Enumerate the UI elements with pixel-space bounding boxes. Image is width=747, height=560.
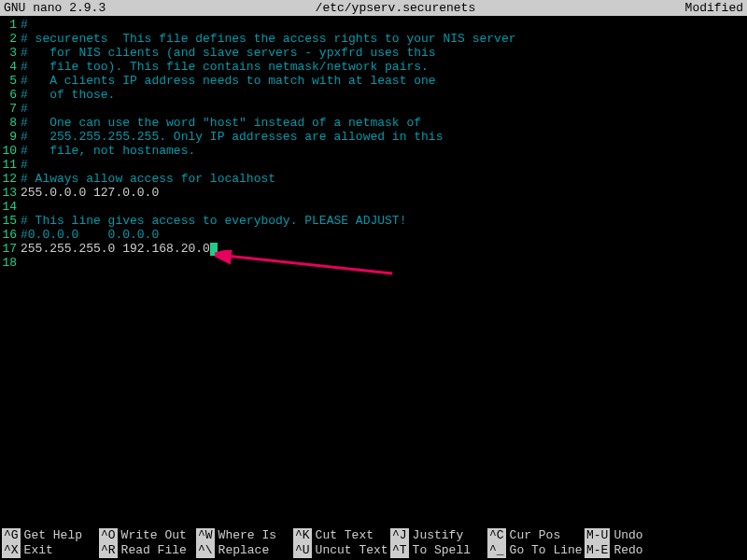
editor-line[interactable]: 13255.0.0.0 127.0.0.0 [0, 186, 747, 200]
editor-line[interactable]: 18 [0, 256, 747, 270]
shortcut-key: ^\ [196, 543, 215, 558]
line-text: # [21, 18, 747, 32]
line-text: # Always allow access for localhost [21, 172, 747, 186]
shortcut-label: Cur Pos [510, 528, 561, 543]
line-number: 12 [0, 172, 21, 186]
shortcut[interactable]: ^KCut Text [293, 528, 390, 543]
editor-line[interactable]: 11# [0, 158, 747, 172]
line-number: 9 [0, 130, 21, 144]
editor-line[interactable]: 12# Always allow access for localhost [0, 172, 747, 186]
line-text: # A clients IP address needs to match wi… [21, 74, 747, 88]
shortcut-label: Undo [613, 528, 642, 543]
line-text: # of those. [21, 88, 747, 102]
shortcut-key: ^J [390, 528, 409, 543]
shortcut-label: Exit [24, 543, 53, 558]
line-number: 2 [0, 32, 21, 46]
shortcut-label: To Spell [413, 543, 471, 558]
shortcut-label: Justify [413, 528, 464, 543]
shortcut-key: ^U [293, 543, 312, 558]
line-text [21, 256, 747, 270]
line-number: 11 [0, 158, 21, 172]
editor-line[interactable]: 1# [0, 18, 747, 32]
shortcut-key: ^O [99, 528, 118, 543]
line-number: 6 [0, 88, 21, 102]
editor-line[interactable]: 17255.255.255.0 192.168.20.0 [0, 242, 747, 256]
shortcut[interactable]: ^OWrite Out [99, 528, 196, 543]
shortcut[interactable]: M-ERedo [585, 543, 659, 558]
shortcut-label: Cut Text [316, 528, 374, 543]
editor-line[interactable]: 2# securenets This file defines the acce… [0, 32, 747, 46]
line-text [21, 200, 747, 214]
line-text: # file too). This file contains netmask/… [21, 60, 747, 74]
shortcut-label: Write Out [121, 528, 187, 543]
line-text: 255.0.0.0 127.0.0.0 [21, 186, 747, 200]
line-text: # [21, 102, 747, 116]
shortcut-label: Uncut Text [316, 543, 388, 558]
shortcut-label: Redo [613, 543, 642, 558]
shortcut-label: Get Help [24, 528, 82, 543]
line-text: # [21, 158, 747, 172]
line-text: 255.255.255.0 192.168.20.0 [21, 242, 747, 256]
app-name: GNU nano 2.9.3 [4, 0, 106, 16]
shortcut-key: ^C [487, 528, 506, 543]
shortcut[interactable]: ^GGet Help [2, 528, 99, 543]
line-number: 14 [0, 200, 21, 214]
editor-line[interactable]: 15# This line gives access to everybody.… [0, 214, 747, 228]
shortcut[interactable]: ^_Go To Line [487, 543, 585, 558]
line-text: #0.0.0.0 0.0.0.0 [21, 228, 747, 242]
line-number: 13 [0, 186, 21, 200]
shortcut[interactable]: ^\Replace [196, 543, 293, 558]
modified-status: Modified [685, 0, 743, 16]
shortcut[interactable]: ^WWhere Is [196, 528, 293, 543]
editor-area[interactable]: 1#2# securenets This file defines the ac… [0, 16, 747, 270]
shortcut[interactable]: ^UUncut Text [293, 543, 390, 558]
line-text: # file, not hostnames. [21, 144, 747, 158]
editor-line[interactable]: 6# of those. [0, 88, 747, 102]
shortcut-key: ^X [2, 543, 21, 558]
shortcut-key: M-U [585, 528, 610, 543]
editor-line[interactable]: 3# for NIS clients (and slave servers - … [0, 46, 747, 60]
shortcut-key: ^_ [487, 543, 506, 558]
shortcut[interactable]: ^TTo Spell [390, 543, 487, 558]
line-text: # 255.255.255.255. Only IP addresses are… [21, 130, 747, 144]
editor-line[interactable]: 7# [0, 102, 747, 116]
text-cursor [210, 243, 218, 256]
line-number: 18 [0, 256, 21, 270]
editor-line[interactable]: 5# A clients IP address needs to match w… [0, 74, 747, 88]
editor-line[interactable]: 9# 255.255.255.255. Only IP addresses ar… [0, 130, 747, 144]
line-number: 7 [0, 102, 21, 116]
editor-line[interactable]: 8# One can use the word "host" instead o… [0, 116, 747, 130]
shortcut-key: ^T [390, 543, 409, 558]
line-number: 16 [0, 228, 21, 242]
line-number: 10 [0, 144, 21, 158]
shortcut[interactable]: ^JJustify [390, 528, 487, 543]
shortcut-key: ^R [99, 543, 118, 558]
title-bar: GNU nano 2.9.3 /etc/ypserv.securenets Mo… [0, 0, 747, 16]
line-number: 5 [0, 74, 21, 88]
file-path: /etc/ypserv.securenets [106, 0, 684, 16]
shortcut-label: Where Is [218, 528, 276, 543]
shortcut-key: M-E [585, 543, 610, 558]
editor-line[interactable]: 14 [0, 200, 747, 214]
line-number: 17 [0, 242, 21, 256]
line-text: # This line gives access to everybody. P… [21, 214, 747, 228]
line-number: 3 [0, 46, 21, 60]
shortcut[interactable]: M-UUndo [585, 528, 659, 543]
shortcut[interactable]: ^RRead File [99, 543, 196, 558]
line-text: # for NIS clients (and slave servers - y… [21, 46, 747, 60]
shortcut-label: Replace [218, 543, 270, 558]
shortcut-label: Go To Line [510, 543, 583, 558]
line-number: 8 [0, 116, 21, 130]
editor-line[interactable]: 4# file too). This file contains netmask… [0, 60, 747, 74]
line-text: # One can use the word "host" instead of… [21, 116, 747, 130]
line-number: 15 [0, 214, 21, 228]
shortcut-label: Read File [121, 543, 187, 558]
line-number: 1 [0, 18, 21, 32]
shortcut-key: ^K [293, 528, 312, 543]
shortcut[interactable]: ^XExit [2, 543, 99, 558]
editor-line[interactable]: 10# file, not hostnames. [0, 144, 747, 158]
shortcut[interactable]: ^CCur Pos [487, 528, 585, 543]
shortcut-key: ^W [196, 528, 215, 543]
editor-line[interactable]: 16#0.0.0.0 0.0.0.0 [0, 228, 747, 242]
shortcut-key: ^G [2, 528, 21, 543]
